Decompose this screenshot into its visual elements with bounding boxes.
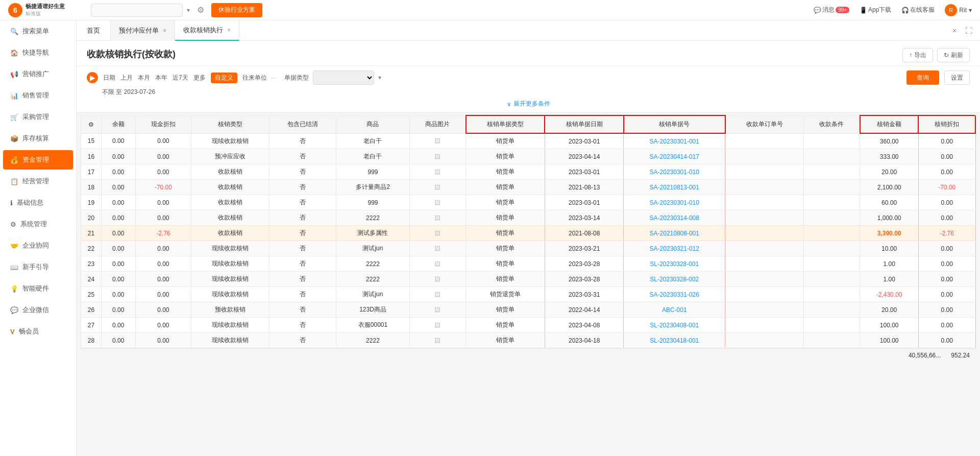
tab-writeoff[interactable]: 收款核销执行 × [175, 20, 239, 41]
sidebar-item-basic-info[interactable]: ℹ 基础信息 [0, 192, 76, 213]
col-header-writeoff-date: 核销单据日期 [545, 115, 624, 133]
col-header-settings[interactable]: ⚙ [81, 115, 102, 133]
col-header-writeoff-bill-type: 核销单据类型 [466, 115, 545, 133]
operations-icon: 📋 [10, 178, 18, 185]
funds-icon: 💰 [10, 156, 18, 164]
tab-close-btn[interactable]: × [948, 25, 961, 37]
writeoff-amount-total: 40,556,66... [909, 352, 941, 359]
expand-more-btn[interactable]: ∨ 展开更多条件 [507, 100, 550, 108]
table-row: 190.000.00收款核销否999🖼销货单2023-03-01SA-20230… [81, 195, 976, 210]
tab-bar: 首页 预付冲应付单 × 收款核销执行 × × ⛶ [77, 20, 980, 41]
table-row: 270.000.00现续收款核销否衣服00001🖼销货单2023-04-08SL… [81, 318, 976, 333]
date-range-display: 不限 至 2023-07-26 [102, 88, 155, 97]
single-type-select[interactable] [313, 70, 374, 85]
col-header-writeoff-discount: 核销折扣 [918, 115, 975, 133]
user-area[interactable]: R Rit ▾ [945, 4, 972, 16]
system-icon: ⚙ [10, 221, 16, 228]
inventory-icon: 📦 [10, 135, 18, 142]
table-footer: 40,556,66... 952.24 [81, 348, 976, 362]
sidebar-item-wechat[interactable]: 💬 企业微信 [0, 299, 76, 321]
online-service-btn[interactable]: 🎧 在线客服 [901, 6, 935, 14]
sidebar-item-guide[interactable]: 📖 新手引导 [0, 256, 76, 278]
query-button[interactable]: 查询 [906, 70, 939, 85]
tab-prepaid[interactable]: 预付冲应付单 × [111, 20, 175, 41]
table-row: 280.000.00现续收款核销否2222🖼销货单2023-04-18SL-20… [81, 333, 976, 348]
from-unit-label: 往来单位 [242, 74, 267, 82]
app-download-btn[interactable]: 📱 App下载 [860, 6, 891, 14]
table-row: 170.000.00收款核销否999🖼销货单2023-03-01SA-20230… [81, 164, 976, 180]
tab-maximize-btn[interactable]: ⛶ [963, 25, 975, 37]
custom-date-btn[interactable]: 自定义 [211, 73, 237, 83]
date-7days[interactable]: 近7天 [173, 74, 188, 82]
sidebar-item-funds[interactable]: 💰 资金管理 [3, 150, 73, 170]
table-row: 220.000.00现续收款核销否测试jun🖼销货单2023-03-21SA-2… [81, 241, 976, 256]
wechat-icon: 💬 [10, 306, 18, 314]
table-row: 150.000.00现续收款核销否老白干🖼销货单2023-03-01SA-202… [81, 133, 976, 149]
sidebar-item-purchase[interactable]: 🛒 采购管理 [0, 106, 76, 128]
date-this-year[interactable]: 本年 [155, 74, 167, 82]
col-header-balance: 余额 [102, 115, 136, 133]
sidebar-item-marketing[interactable]: 📢 营销推广 [0, 63, 76, 85]
tab-prepaid-close[interactable]: × [163, 27, 166, 34]
col-header-writeoff-amount: 核销金额 [860, 115, 919, 133]
logo-area: 6 畅捷通谱好生意 标准版 [8, 3, 85, 17]
marketing-icon: 📢 [10, 70, 18, 78]
sidebar-item-sales[interactable]: 📊 销售管理 [0, 85, 76, 106]
writeoff-discount-total: 952.24 [951, 352, 970, 359]
messages-btn[interactable]: 💬 消息 99+ [814, 6, 849, 14]
home-icon: 🏠 [10, 49, 18, 57]
expand-icon: ∨ [507, 101, 511, 108]
col-header-writeoff-type: 核销类型 [191, 115, 270, 133]
sidebar-item-vip[interactable]: V 畅会员 [0, 321, 76, 342]
refresh-icon: ↻ [944, 52, 949, 59]
col-header-product: 商品 [336, 115, 409, 133]
table-row: 210.00-2.76收款核销否测试多属性🖼销货单2021-08-08SA-20… [81, 226, 976, 241]
table-row: 230.000.00现续收款核销否2222🖼销货单2023-03-28SL-20… [81, 256, 976, 272]
col-header-include-settled: 包含已结清 [270, 115, 336, 133]
date-more[interactable]: 更多 [193, 74, 206, 82]
export-button[interactable]: ↑ 导出 [902, 48, 933, 62]
dropdown-arrow[interactable]: ▾ [187, 7, 190, 14]
col-header-receipt-condition: 收款条件 [803, 115, 860, 133]
sidebar-item-system[interactable]: ⚙ 系统管理 [0, 213, 76, 235]
single-type-label: 单据类型 [284, 74, 309, 82]
col-header-writeoff-bill-no: 核销单据号 [624, 115, 725, 133]
gear-button[interactable]: ⚙ [194, 4, 207, 17]
headset-icon: 🎧 [901, 7, 909, 14]
sidebar-item-operations[interactable]: 📋 经营管理 [0, 171, 76, 192]
filter-expand-arrow[interactable]: ▶ [87, 72, 98, 83]
table-row: 180.00-70.00收款核销否多计量商品2🖼销货单2021-08-13SA-… [81, 180, 976, 195]
app-sub: 标准版 [26, 10, 65, 17]
table-row: 160.000.00预冲应应收否老白干🖼销货单2023-04-14SA-2023… [81, 149, 976, 164]
phone-icon: 📱 [860, 7, 867, 14]
sidebar-item-nav[interactable]: 🏠 快捷导航 [0, 42, 76, 63]
search-icon: 🔍 [10, 28, 18, 35]
select-dropdown-icon: ▾ [378, 74, 381, 81]
sidebar-item-hardware[interactable]: 💡 智能硬件 [0, 278, 76, 299]
logo-icon: 6 [8, 3, 22, 17]
table-container: ⚙ 余额 现金折扣 核销类型 包含已结清 商品 商品图片 核销单据类型 核销单据… [81, 115, 976, 362]
date-label: 日期 [103, 74, 115, 82]
vip-icon: V [10, 328, 15, 335]
date-last-month[interactable]: 上月 [120, 74, 133, 82]
table-row: 260.000.00预收款核销否123D商品🖼销货单2022-04-14ABC-… [81, 302, 976, 318]
refresh-button[interactable]: ↻ 刷新 [937, 48, 970, 62]
page-title: 收款核销执行(按收款) [87, 48, 970, 60]
table-row: 200.000.00收款核销否2222🖼销货单2023-03-14SA-2023… [81, 210, 976, 226]
table-row: 250.000.00现续收款核销否测试jun🖼销货退货单2023-03-31SA… [81, 287, 976, 302]
hardware-icon: 💡 [10, 285, 18, 293]
collab-icon: 🤝 [10, 242, 18, 250]
app-title: 畅捷通谱好生意 [26, 3, 65, 10]
tab-writeoff-close[interactable]: × [227, 27, 231, 34]
sidebar-item-search[interactable]: 🔍 搜索菜单 [0, 20, 76, 42]
sidebar-item-inventory[interactable]: 📦 库存核算 [0, 128, 76, 149]
date-this-month[interactable]: 本月 [138, 74, 150, 82]
info-icon: ℹ [10, 199, 13, 207]
tab-home[interactable]: 首页 [77, 20, 111, 41]
industry-solution-button[interactable]: 休验行业方案 [211, 3, 262, 17]
sidebar-item-collab[interactable]: 🤝 企业协同 [0, 235, 76, 256]
setting-button[interactable]: 设置 [944, 70, 970, 85]
export-icon: ↑ [909, 52, 912, 59]
guide-icon: 📖 [10, 263, 18, 271]
messages-badge: 99+ [836, 7, 849, 13]
